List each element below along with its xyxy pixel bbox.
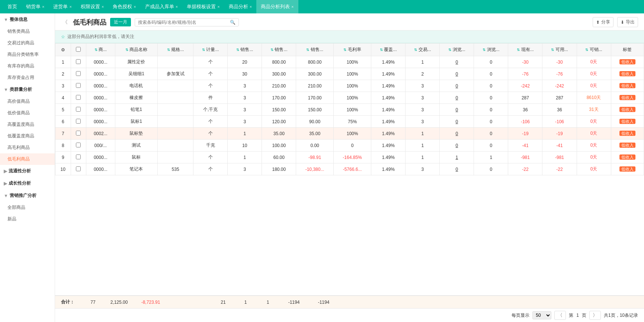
sidebar-item-high-value[interactable]: 高价值商品 <box>0 96 55 107</box>
col-checkbox[interactable] <box>71 44 86 56</box>
row-checkbox[interactable] <box>76 83 81 88</box>
cell-view1[interactable]: 0 <box>440 56 474 68</box>
col-tag[interactable]: 标签 <box>611 44 644 56</box>
close-icon[interactable]: × <box>217 4 220 9</box>
row-checkbox[interactable] <box>76 95 81 100</box>
cell-checkbox[interactable] <box>71 140 86 152</box>
col-available[interactable]: ⇅ 可用... <box>542 44 577 56</box>
cell-view1[interactable]: 0 <box>440 116 474 128</box>
select-all-checkbox[interactable] <box>76 47 81 52</box>
tag-badge: 低收入 <box>619 59 635 64</box>
nav-home[interactable]: 首页 <box>3 0 22 13</box>
cell-checkbox[interactable] <box>71 116 86 128</box>
close-icon[interactable]: × <box>291 4 294 9</box>
col-sales-amount[interactable]: ⇅ 销售... <box>262 44 296 56</box>
col-coverage[interactable]: ⇅ 覆盖... <box>371 44 406 56</box>
col-current[interactable]: ⇅ 现有... <box>508 44 542 56</box>
sidebar-group-cluster[interactable]: ▼ 类群量分析 <box>0 83 55 96</box>
sidebar-item-inventory-capital[interactable]: 库存资金占用 <box>0 72 55 83</box>
cell-view1[interactable]: 0 <box>440 68 474 80</box>
cell-margin: 100% <box>333 68 371 80</box>
sidebar-item-all-goods[interactable]: 全部商品 <box>0 202 55 213</box>
per-page-select[interactable]: 50 20 100 <box>532 311 551 319</box>
col-view2[interactable]: ⇅ 浏览... <box>474 44 508 56</box>
row-checkbox[interactable] <box>76 166 81 171</box>
col-code[interactable]: ⇅ 商... <box>86 44 115 56</box>
row-checkbox[interactable] <box>76 119 81 124</box>
cell-checkbox[interactable] <box>71 128 86 140</box>
sidebar-item-in-stock-goods[interactable]: 有库存的商品 <box>0 60 55 72</box>
search-icon[interactable]: 🔍 <box>230 20 236 25</box>
date-filter-button[interactable]: 近一月 <box>110 18 131 26</box>
sidebar-group-growth[interactable]: ▶ 成长性分析 <box>0 177 55 189</box>
cell-view1[interactable]: 0 <box>440 163 474 175</box>
nav-product-analysis-list[interactable]: 商品分析列表 × <box>256 0 298 13</box>
cell-view1[interactable]: 0 <box>440 92 474 104</box>
cell-checkbox[interactable] <box>71 68 86 80</box>
col-sales-count[interactable]: ⇅ 销售... <box>228 44 262 56</box>
cell-checkbox[interactable] <box>71 163 86 175</box>
nav-permission-settings[interactable]: 权限设置 × <box>76 0 108 13</box>
col-margin[interactable]: ⇅ 毛利率 <box>333 44 371 56</box>
col-name[interactable]: ⇅ 商品名称 <box>115 44 157 56</box>
cell-checkbox[interactable] <box>71 92 86 104</box>
sidebar-item-low-coverage[interactable]: 低覆盖度商品 <box>0 130 55 142</box>
sidebar-item-sales-goods[interactable]: 销售类商品 <box>0 26 55 37</box>
cell-sales-amount: 170.00 <box>262 92 296 104</box>
export-button[interactable]: ⬇ 导出 <box>617 17 638 27</box>
col-sellable[interactable]: ⇅ 可销... <box>577 44 611 56</box>
row-checkbox[interactable] <box>76 131 81 136</box>
cell-checkbox[interactable] <box>71 104 86 116</box>
col-spec[interactable]: ⇅ 规格... <box>158 44 193 56</box>
cell-available: -41 <box>542 140 577 152</box>
prev-page-button[interactable]: 〈 <box>554 311 566 320</box>
row-checkbox[interactable] <box>76 71 81 76</box>
close-icon[interactable]: × <box>69 4 71 9</box>
next-page-button[interactable]: 〉 <box>589 311 601 320</box>
nav-template-settings[interactable]: 单据模板设置 × <box>182 0 224 13</box>
close-icon[interactable]: × <box>102 4 104 9</box>
cell-spec <box>158 80 193 92</box>
search-input[interactable] <box>138 20 228 25</box>
col-trade[interactable]: ⇅ 交易... <box>406 44 440 56</box>
row-checkbox[interactable] <box>76 154 81 159</box>
sidebar-group-overall[interactable]: ▼ 整体信息 <box>0 13 55 26</box>
col-settings[interactable]: ⚙ <box>55 44 71 56</box>
sidebar-item-low-value[interactable]: 低价值商品 <box>0 107 55 119</box>
sidebar-group-circulation[interactable]: ▶ 流通性分析 <box>0 165 55 177</box>
nav-role-auth[interactable]: 角色授权 × <box>108 0 140 13</box>
table-footer: 合计： 77 2,125.00 -8,723.91 21 1 1 -1194 -… <box>55 295 644 308</box>
nav-purchase-order[interactable]: 进货单 × <box>49 0 76 13</box>
row-checkbox[interactable] <box>76 59 81 64</box>
share-button[interactable]: ⬆ 分享 <box>593 17 613 27</box>
close-icon[interactable]: × <box>250 4 252 9</box>
close-icon[interactable]: × <box>176 4 178 9</box>
sidebar-group-marketing[interactable]: ▼ 营销推广分析 <box>0 189 55 202</box>
row-checkbox[interactable] <box>76 143 81 147</box>
sidebar-item-low-margin[interactable]: 低毛利商品 <box>0 153 55 165</box>
close-icon[interactable]: × <box>42 4 44 9</box>
table-row: 2 0000... 吴细细1 参加复试 个 30 300.00 300.00 1… <box>55 68 644 80</box>
cell-view1[interactable]: 0 <box>440 128 474 140</box>
sidebar-item-traded-goods[interactable]: 交易过的商品 <box>0 37 55 49</box>
cell-checkbox[interactable] <box>71 56 86 68</box>
cell-checkbox[interactable] <box>71 152 86 163</box>
nav-product-inbound[interactable]: 产成品入库单 × <box>141 0 182 13</box>
cell-view1[interactable]: 0 <box>440 104 474 116</box>
sidebar-item-high-margin[interactable]: 高毛利商品 <box>0 142 55 153</box>
col-sales-profit[interactable]: ⇅ 销售... <box>296 44 333 56</box>
cell-checkbox[interactable] <box>71 80 86 92</box>
close-icon[interactable]: × <box>134 4 136 9</box>
sidebar-item-high-coverage[interactable]: 高覆盖度商品 <box>0 119 55 130</box>
nav-product-analysis[interactable]: 商品分析 × <box>224 0 256 13</box>
cell-view1[interactable]: 0 <box>440 140 474 152</box>
sidebar-item-new-goods[interactable]: 新品 <box>0 213 55 225</box>
col-unit[interactable]: ⇅ 计量... <box>193 44 228 56</box>
cell-view1[interactable]: 0 <box>440 80 474 92</box>
row-checkbox[interactable] <box>76 107 81 112</box>
sidebar-item-category-sales-rate[interactable]: 商品分类销售率 <box>0 49 55 60</box>
nav-sales-order[interactable]: 销货单 × <box>22 0 49 13</box>
collapse-sidebar-button[interactable]: 《 <box>61 17 69 27</box>
col-view1[interactable]: ⇅ 浏览... <box>440 44 474 56</box>
cell-view1[interactable]: 1 <box>440 152 474 163</box>
